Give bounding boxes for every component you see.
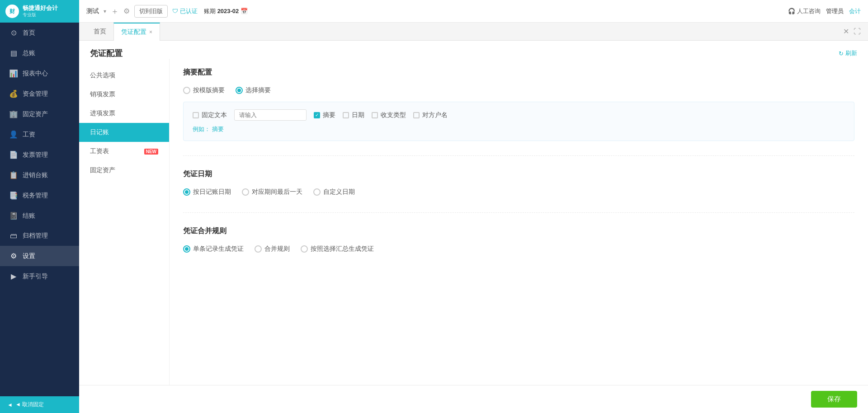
cancel-fixed-button[interactable]: ◄ ◄ 取消固定 bbox=[0, 396, 79, 413]
example-prefix: 例如： bbox=[193, 126, 210, 132]
tabbar: 首页 凭证配置 × ✕ ⛶ bbox=[79, 23, 868, 41]
sidebar-item-settings[interactable]: ⚙ 设置 bbox=[0, 246, 79, 266]
sidebar-item-sales-ledger[interactable]: 📋 进销台账 bbox=[0, 165, 79, 185]
ledger-icon: ▤ bbox=[9, 49, 18, 57]
content-area: 凭证配置 ↻ 刷新 公共选项 销项发票 进项发票 日记账 工资表 NEW bbox=[79, 41, 868, 413]
two-panel: 公共选项 销项发票 进项发票 日记账 工资表 NEW 固定资产 摘要配置 bbox=[79, 59, 868, 385]
old-version-button[interactable]: 切到旧版 bbox=[134, 5, 168, 18]
merge-title: 凭证合并规则 bbox=[183, 226, 854, 236]
checkbox-type-box[interactable] bbox=[372, 112, 378, 118]
shield-icon: 🛡 bbox=[172, 8, 178, 14]
checkbox-fixed-text-label: 固定文本 bbox=[202, 111, 227, 119]
checkbox-abstract-box[interactable] bbox=[314, 112, 320, 118]
radio-select[interactable]: 选择摘要 bbox=[236, 86, 271, 94]
manager-name: 管理员 bbox=[826, 7, 844, 15]
consult-label: 人工咨询 bbox=[797, 7, 821, 15]
logo-text-block: 畅捷通好会计 专业版 bbox=[23, 5, 58, 18]
cancel-fixed-icon: ◄ bbox=[7, 402, 13, 408]
checkbox-abstract[interactable]: 摘要 bbox=[314, 111, 335, 119]
sidebar-item-close-books[interactable]: 📓 结账 bbox=[0, 206, 79, 226]
cancel-fixed-label: ◄ 取消固定 bbox=[15, 401, 44, 408]
sidebar-item-guide[interactable]: ▶ 新手引导 bbox=[0, 266, 79, 286]
checkbox-fixed-text[interactable]: 固定文本 bbox=[193, 111, 227, 119]
sidebar-label-tax: 税务管理 bbox=[23, 192, 48, 200]
leftnav-purchase[interactable]: 进项发票 bbox=[79, 104, 169, 123]
radio-select-circle bbox=[236, 87, 243, 94]
refresh-label: 刷新 bbox=[845, 49, 857, 57]
right-content: 摘要配置 按模版摘要 选择摘要 bbox=[170, 59, 868, 385]
sidebar-label-reports: 报表中心 bbox=[23, 70, 48, 78]
leftnav-payroll[interactable]: 工资表 NEW bbox=[79, 142, 169, 161]
tab-home[interactable]: 首页 bbox=[86, 23, 113, 41]
sidebar-item-archive[interactable]: 🗃 归档管理 bbox=[0, 226, 79, 246]
settings-button[interactable]: ⚙ bbox=[123, 7, 130, 15]
radio-journal-date-label: 按日记账日期 bbox=[193, 188, 231, 196]
company-name: 测试 bbox=[86, 7, 99, 15]
save-button[interactable]: 保存 bbox=[811, 391, 857, 408]
checkbox-date-label: 日期 bbox=[352, 111, 364, 119]
sales-ledger-icon: 📋 bbox=[9, 171, 18, 179]
close-window-icon[interactable]: ✕ bbox=[843, 27, 849, 36]
payroll-label: 工资表 bbox=[90, 147, 109, 155]
radio-custom-date-circle bbox=[313, 188, 321, 196]
sidebar-item-fund[interactable]: 💰 资金管理 bbox=[0, 84, 79, 104]
page-header: 凭证配置 ↻ 刷新 bbox=[79, 41, 868, 59]
radio-custom-date[interactable]: 自定义日期 bbox=[313, 188, 355, 196]
sidebar-item-assets[interactable]: 🏢 固定资产 bbox=[0, 104, 79, 124]
summary-config-row: 固定文本 摘要 日期 bbox=[193, 109, 845, 121]
fixed-text-input[interactable] bbox=[234, 109, 307, 121]
leftnav-sales[interactable]: 销项发票 bbox=[79, 85, 169, 104]
summary-title: 摘要配置 bbox=[183, 68, 854, 77]
logo-text: 畅捷通好会计 bbox=[23, 5, 58, 12]
summary-config-box: 固定文本 摘要 日期 bbox=[183, 102, 854, 141]
sidebar-label-ledger: 总账 bbox=[23, 49, 35, 57]
leftnav-public[interactable]: 公共选项 bbox=[79, 66, 169, 85]
sidebar-item-invoice[interactable]: 📄 发票管理 bbox=[0, 145, 79, 165]
dropdown-arrow-icon[interactable]: ▾ bbox=[104, 8, 106, 14]
tax-icon: 📑 bbox=[9, 191, 18, 200]
new-badge: NEW bbox=[144, 149, 158, 155]
sidebar-label-sales-ledger: 进销台账 bbox=[23, 171, 48, 179]
checkbox-fixed-text-box[interactable] bbox=[193, 112, 199, 118]
radio-single-label: 单条记录生成凭证 bbox=[193, 245, 244, 253]
tab-home-label: 首页 bbox=[94, 28, 106, 36]
radio-merge-rule[interactable]: 合并规则 bbox=[255, 245, 290, 253]
radio-journal-date[interactable]: 按日记账日期 bbox=[183, 188, 231, 196]
radio-select-merge-circle bbox=[301, 245, 308, 253]
sidebar-item-reports[interactable]: 📊 报表中心 bbox=[0, 63, 79, 84]
tab-voucher-config[interactable]: 凭证配置 × bbox=[113, 23, 160, 41]
leftnav-fixed[interactable]: 固定资产 bbox=[79, 161, 169, 180]
period-label: 账期 2023-02 📅 bbox=[204, 7, 248, 15]
radio-period-last[interactable]: 对应期间最后一天 bbox=[242, 188, 302, 196]
checkbox-date-box[interactable] bbox=[343, 112, 349, 118]
example-value: 摘要 bbox=[212, 126, 224, 132]
refresh-button[interactable]: ↻ 刷新 bbox=[839, 49, 857, 57]
bottom-bar: 保存 bbox=[79, 385, 868, 413]
sidebar-item-tax[interactable]: 📑 税务管理 bbox=[0, 185, 79, 206]
checkbox-counterparty[interactable]: 对方户名 bbox=[413, 111, 448, 119]
checkbox-type[interactable]: 收支类型 bbox=[372, 111, 406, 119]
consult-button[interactable]: 🎧 人工咨询 bbox=[788, 7, 821, 15]
leftnav-journal[interactable]: 日记账 bbox=[79, 123, 169, 142]
add-tab-button[interactable]: ＋ bbox=[111, 6, 119, 17]
radio-single[interactable]: 单条记录生成凭证 bbox=[183, 245, 244, 253]
sidebar-label-settings: 设置 bbox=[23, 252, 35, 260]
radio-select-merge[interactable]: 按照选择汇总生成凭证 bbox=[301, 245, 374, 253]
tab-close-icon[interactable]: × bbox=[149, 29, 152, 35]
fullscreen-icon[interactable]: ⛶ bbox=[854, 28, 861, 36]
sidebar-label-home: 首页 bbox=[23, 29, 35, 37]
checkbox-date[interactable]: 日期 bbox=[343, 111, 364, 119]
radio-period-last-circle bbox=[242, 188, 249, 196]
date-title: 凭证日期 bbox=[183, 169, 854, 179]
home-icon: ⊙ bbox=[9, 28, 18, 37]
sidebar-item-ledger[interactable]: ▤ 总账 bbox=[0, 43, 79, 63]
certified-label: 已认证 bbox=[180, 7, 198, 15]
radio-template[interactable]: 按模版摘要 bbox=[183, 86, 225, 94]
checkbox-counterparty-box[interactable] bbox=[413, 112, 420, 118]
sidebar-item-payroll[interactable]: 👤 工资 bbox=[0, 124, 79, 145]
headset-icon: 🎧 bbox=[788, 8, 795, 14]
radio-select-merge-label: 按照选择汇总生成凭证 bbox=[311, 245, 374, 253]
payroll-icon: 👤 bbox=[9, 130, 18, 139]
summary-section: 摘要配置 按模版摘要 选择摘要 bbox=[183, 68, 854, 156]
sidebar-item-home[interactable]: ⊙ 首页 bbox=[0, 23, 79, 43]
